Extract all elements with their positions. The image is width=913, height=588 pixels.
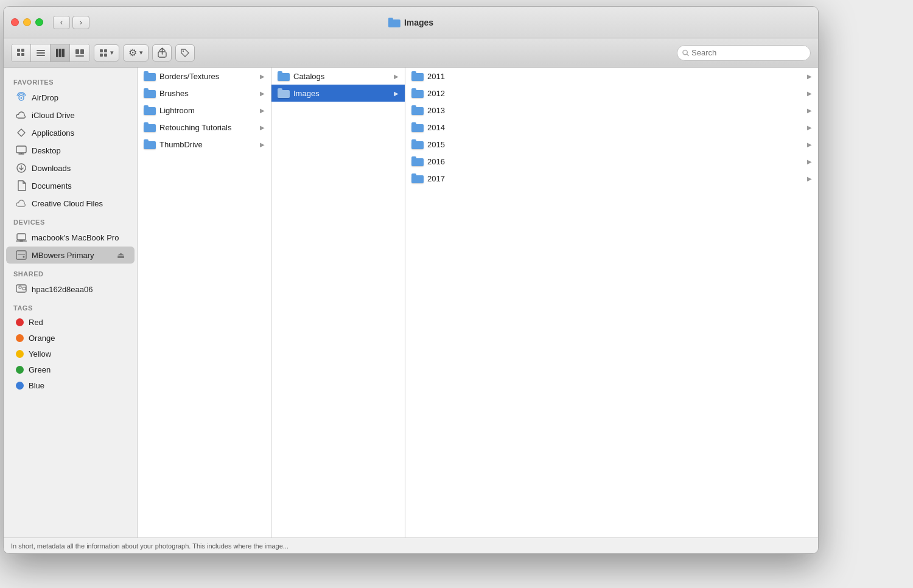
icon-view-button[interactable] [12,44,31,61]
sidebar-item-orange[interactable]: Orange [6,331,135,346]
icloud-icon [16,110,27,121]
sidebar-item-hpac[interactable]: hpac162d8eaa06 [6,281,135,298]
folder-icon [411,105,424,115]
folder-item-images[interactable]: Images▶ [271,85,405,102]
svg-rect-17 [100,54,103,57]
svg-rect-36 [19,286,21,289]
folder-icon [411,71,424,81]
svg-rect-18 [104,54,107,57]
folder-item-y2016[interactable]: 2016▶ [405,153,818,170]
folder-item-y2015[interactable]: 2015▶ [405,136,818,153]
favorites-section-label: Favorites [4,72,137,88]
sidebar-item-applications[interactable]: Applications [6,124,135,141]
svg-rect-13 [80,49,84,54]
share-button[interactable] [152,44,172,61]
list-view-button[interactable] [31,44,51,61]
sidebar-item-mbowers[interactable]: MBowers Primary ⏏ [6,247,135,264]
action-button[interactable]: ⚙ ▾ [123,44,149,61]
folder-chevron-icon: ▶ [807,175,812,182]
svg-rect-16 [104,49,107,52]
folder-chevron-icon: ▶ [807,158,812,165]
folder-label-y2012: 2012 [427,89,803,98]
orange-tag-dot [16,334,24,342]
sidebar-item-creative-cloud[interactable]: Creative Cloud Files [6,195,135,212]
sidebar-desktop-label: Desktop [32,146,61,155]
folder-item-catalogs[interactable]: Catalogs▶ [271,68,405,85]
folder-icon [144,88,156,98]
sidebar-macbook-label: macbook's MacBook Pro [32,233,119,242]
green-tag-dot [16,366,24,374]
svg-rect-7 [37,52,45,54]
svg-point-21 [683,50,687,54]
close-button[interactable] [11,18,19,26]
folder-label-y2015: 2015 [427,140,803,149]
svg-point-33 [23,256,25,258]
toolbar: ▾ ⚙ ▾ [4,38,818,68]
search-input[interactable] [691,48,805,57]
sidebar-item-red[interactable]: Red [6,315,135,330]
coverflow-view-button[interactable] [70,44,89,61]
sidebar-item-documents[interactable]: Documents [6,177,135,194]
maximize-button[interactable] [35,18,43,26]
folder-label-borders: Borders/Textures [159,72,256,81]
svg-point-24 [21,97,23,99]
folder-icon [144,71,156,81]
sidebar-orange-label: Orange [29,334,55,343]
sidebar-documents-label: Documents [32,181,72,191]
traffic-lights [11,18,43,26]
sidebar-item-downloads[interactable]: Downloads [6,159,135,177]
folder-icon [278,71,290,81]
folder-item-y2014[interactable]: 2014▶ [405,119,818,136]
folder-label-retouching: Retouching Tutorials [159,123,256,132]
sidebar-item-green[interactable]: Green [6,362,135,377]
group-by-button[interactable]: ▾ [94,44,119,61]
sidebar-downloads-label: Downloads [32,164,71,173]
downloads-icon [16,163,27,173]
folder-chevron-icon: ▶ [807,73,812,80]
folder-label-y2013: 2013 [427,106,803,115]
sidebar-hpac-label: hpac162d8eaa06 [32,285,93,294]
svg-rect-9 [56,49,58,57]
column-view-button[interactable] [51,44,70,61]
sidebar-item-icloud[interactable]: iCloud Drive [6,107,135,124]
sidebar-item-blue[interactable]: Blue [6,378,135,393]
sidebar-item-airdrop[interactable]: AirDrop [6,89,135,106]
sidebar-icloud-label: iCloud Drive [32,111,75,120]
folder-item-brushes[interactable]: Brushes▶ [138,85,271,102]
svg-rect-2 [17,49,20,52]
svg-rect-1 [388,18,393,21]
folder-item-y2011[interactable]: 2011▶ [405,68,818,85]
svg-rect-12 [75,49,79,54]
folder-item-y2017[interactable]: 2017▶ [405,170,818,187]
title-folder-icon [388,18,401,27]
folder-item-y2013[interactable]: 2013▶ [405,102,818,119]
sidebar-item-desktop[interactable]: Desktop [6,142,135,159]
folder-item-borders[interactable]: Borders/Textures▶ [138,68,271,85]
folder-item-lightroom[interactable]: Lightroom▶ [138,102,271,119]
sidebar-yellow-label: Yellow [29,349,51,359]
finder-window: ‹ › Images [3,6,819,554]
browser-column-2: 2011▶2012▶2013▶2014▶2015▶2016▶2017▶ [405,68,818,537]
back-button[interactable]: ‹ [53,16,70,29]
forward-button[interactable]: › [72,16,89,29]
folder-item-y2012[interactable]: 2012▶ [405,85,818,102]
folder-icon [411,88,424,98]
tag-button[interactable] [175,44,195,61]
folder-chevron-icon: ▶ [260,73,265,80]
svg-rect-11 [62,49,65,57]
folder-label-y2017: 2017 [427,174,803,183]
minimize-button[interactable] [23,18,31,26]
folder-label-images: Images [293,89,390,98]
eject-icon[interactable]: ⏏ [117,250,125,260]
sidebar-item-yellow[interactable]: Yellow [6,346,135,362]
svg-rect-10 [59,49,61,57]
sidebar-applications-label: Applications [32,128,74,138]
folder-chevron-icon: ▶ [260,141,265,148]
sidebar-item-macbook[interactable]: macbook's MacBook Pro [6,229,135,246]
folder-item-thumbdrive[interactable]: ThumbDrive▶ [138,136,271,153]
red-tag-dot [16,318,24,326]
svg-rect-29 [17,234,26,240]
svg-rect-14 [75,55,84,57]
folder-item-retouching[interactable]: Retouching Tutorials▶ [138,119,271,136]
search-bar[interactable] [677,45,811,61]
